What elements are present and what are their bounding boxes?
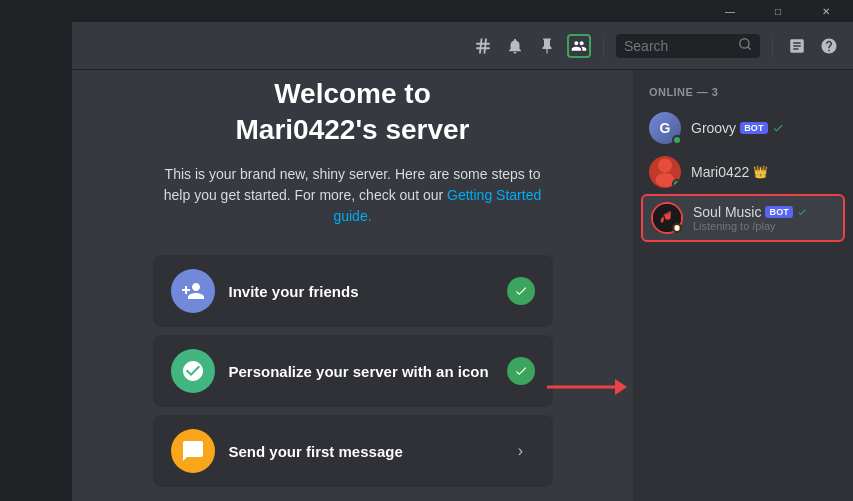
svg-line-3 xyxy=(485,39,487,53)
member-avatar-groovy: G xyxy=(649,112,681,144)
window-controls: — □ ✕ xyxy=(707,0,849,22)
step-invite-friends[interactable]: Invite your friends xyxy=(153,255,553,327)
member-item-soul-music[interactable]: Soul Music BOT Listening to /play xyxy=(641,194,845,242)
member-name-groovy: Groovy xyxy=(691,120,736,136)
step-send-message[interactable]: Send your first message › xyxy=(153,415,553,487)
step-message-arrow: › xyxy=(507,437,535,465)
member-list: ONLINE — 3 G Groovy BOT xyxy=(633,70,853,501)
step-invite-label: Invite your friends xyxy=(229,283,493,300)
member-info-mari0422: Mari0422 👑 xyxy=(691,164,837,180)
svg-line-2 xyxy=(480,39,482,53)
member-info-soul-music: Soul Music BOT Listening to /play xyxy=(693,204,835,232)
close-button[interactable]: ✕ xyxy=(803,0,849,22)
member-avatar-mari0422 xyxy=(649,156,681,188)
toolbar-divider-2 xyxy=(772,34,773,58)
maximize-button[interactable]: □ xyxy=(755,0,801,22)
inbox-icon[interactable] xyxy=(785,34,809,58)
svg-point-6 xyxy=(658,159,672,173)
content-wrapper: Welcome to Mari0422's server This is you… xyxy=(72,70,853,501)
bell-icon[interactable] xyxy=(503,34,527,58)
step-personalize-check xyxy=(507,357,535,385)
toolbar: Search xyxy=(72,22,853,70)
server-sidebar xyxy=(0,22,72,501)
app-layout: Search xyxy=(0,22,853,501)
bot-badge-groovy: BOT xyxy=(740,122,768,134)
member-name-mari0422: Mari0422 xyxy=(691,164,749,180)
verified-icon-groovy xyxy=(772,122,784,134)
step-personalize-icon xyxy=(171,349,215,393)
member-name-soul-music: Soul Music xyxy=(693,204,761,220)
minimize-button[interactable]: — xyxy=(707,0,753,22)
member-item-mari0422[interactable]: Mari0422 👑 xyxy=(641,150,845,194)
member-activity-soul-music: Listening to /play xyxy=(693,220,835,232)
member-info-groovy: Groovy BOT xyxy=(691,120,837,136)
step-message-icon xyxy=(171,429,215,473)
step-invite-icon xyxy=(171,269,215,313)
online-status-dot xyxy=(672,135,682,145)
bot-badge-soul-music: BOT xyxy=(765,206,793,218)
member-section-header: ONLINE — 3 xyxy=(641,86,845,98)
activity-status-dot xyxy=(672,223,682,233)
member-avatar-soul-music xyxy=(651,202,683,234)
toolbar-divider xyxy=(603,34,604,58)
arrow-indicator xyxy=(547,375,627,399)
svg-line-5 xyxy=(748,47,751,50)
pin-icon[interactable] xyxy=(535,34,559,58)
main-content: Welcome to Mari0422's server This is you… xyxy=(72,70,633,501)
step-invite-check xyxy=(507,277,535,305)
hashtag-icon[interactable] xyxy=(471,34,495,58)
search-placeholder: Search xyxy=(624,38,738,54)
search-bar[interactable]: Search xyxy=(616,34,760,58)
search-icon xyxy=(738,37,752,54)
svg-marker-11 xyxy=(615,379,627,395)
welcome-description: This is your brand new, shiny server. He… xyxy=(163,164,543,227)
online-status-dot-mari xyxy=(672,179,681,188)
step-personalize-label: Personalize your server with an icon xyxy=(229,363,493,380)
welcome-title: Welcome to Mari0422's server xyxy=(236,76,470,149)
step-personalize[interactable]: Personalize your server with an icon xyxy=(153,335,553,407)
svg-rect-9 xyxy=(675,226,679,231)
verified-icon-soul xyxy=(797,207,807,217)
titlebar: — □ ✕ xyxy=(0,0,853,22)
members-icon[interactable] xyxy=(567,34,591,58)
crown-icon: 👑 xyxy=(753,165,768,179)
help-icon[interactable] xyxy=(817,34,841,58)
step-message-label: Send your first message xyxy=(229,443,493,460)
member-item-groovy[interactable]: G Groovy BOT xyxy=(641,106,845,150)
main-area: Search xyxy=(72,22,853,501)
